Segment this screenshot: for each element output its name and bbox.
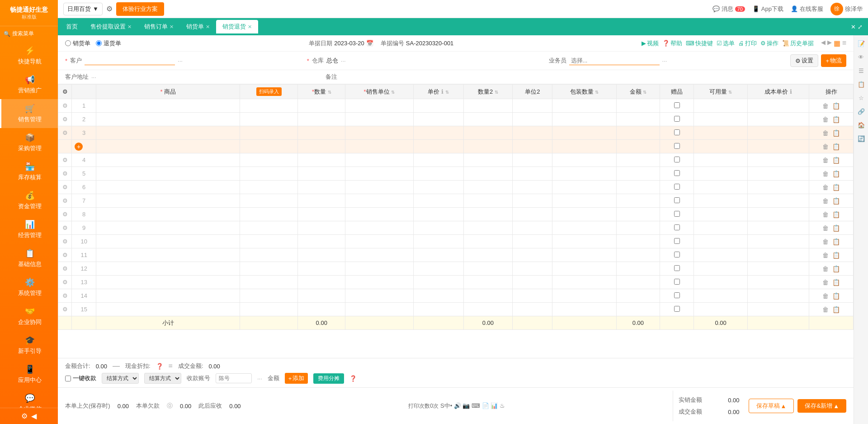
row-qty2-2[interactable]: [463, 113, 513, 126]
row-qty2-15[interactable]: [463, 303, 513, 316]
copy-btn-10[interactable]: 📋: [831, 238, 841, 245]
row-gift-4[interactable]: [660, 153, 693, 167]
row-sales-unit-5[interactable]: [345, 167, 413, 181]
gift-checkbox-2[interactable]: [674, 116, 680, 122]
sidebar-item-shortcut[interactable]: ⚡ 快捷导航: [0, 41, 58, 70]
tab-3[interactable]: 销货单✕: [180, 20, 216, 33]
fee-help-icon[interactable]: ❓: [349, 375, 357, 382]
row-gift-9[interactable]: [660, 221, 693, 235]
row-unit2-13[interactable]: [513, 276, 552, 289]
copy-btn-7[interactable]: 📋: [831, 197, 841, 205]
tab-close-2[interactable]: ✕: [170, 24, 174, 30]
row-cost-price-14[interactable]: [747, 289, 809, 303]
tab-2[interactable]: 销售订单✕: [138, 20, 180, 33]
row-sales-unit-11[interactable]: [345, 248, 413, 262]
row-product-15[interactable]: [96, 303, 240, 316]
row-unit2-9[interactable]: [513, 221, 552, 235]
row-package-qty-8[interactable]: [552, 208, 617, 221]
delete-btn-15[interactable]: 🗑: [821, 306, 830, 313]
row-cost-price-7[interactable]: [747, 194, 809, 208]
row-available-4[interactable]: [694, 153, 748, 167]
row-unit2-14[interactable]: [513, 289, 552, 303]
row-qty2-13[interactable]: [463, 276, 513, 289]
row-unit-price-3[interactable]: [413, 126, 463, 140]
row-qty-12[interactable]: [298, 262, 345, 276]
row-qty2-10[interactable]: [463, 235, 513, 248]
row-product-10[interactable]: [96, 235, 240, 248]
add-qty[interactable]: [298, 140, 345, 153]
row-amount-1[interactable]: [616, 99, 660, 113]
row-cost-price-1[interactable]: [747, 99, 809, 113]
gift-checkbox-12[interactable]: [674, 265, 680, 271]
history-action[interactable]: 📜 历史单据: [782, 39, 814, 48]
row-sales-unit-8[interactable]: [345, 208, 413, 221]
setting-button[interactable]: ⚙ 设置: [790, 54, 818, 67]
row-cost-price-13[interactable]: [747, 276, 809, 289]
row-gift-14[interactable]: [660, 289, 693, 303]
delete-btn-8[interactable]: 🗑: [821, 211, 830, 218]
row-amount-10[interactable]: [616, 235, 660, 248]
row-available-10[interactable]: [694, 235, 748, 248]
delete-btn-4[interactable]: 🗑: [821, 157, 830, 164]
add-qty2[interactable]: [463, 140, 513, 153]
row-available-1[interactable]: [694, 99, 748, 113]
row-package-qty-9[interactable]: [552, 221, 617, 235]
row-unit2-8[interactable]: [513, 208, 552, 221]
one-click-payment-checkbox[interactable]: 一键收款: [65, 374, 96, 382]
row-qty2-12[interactable]: [463, 262, 513, 276]
row-available-7[interactable]: [694, 194, 748, 208]
product-input[interactable]: [99, 129, 237, 136]
delete-btn-9[interactable]: 🗑: [821, 224, 830, 232]
row-amount-11[interactable]: [616, 248, 660, 262]
copy-btn-2[interactable]: 📋: [831, 116, 841, 123]
row-product-7[interactable]: [96, 194, 240, 208]
print-action[interactable]: 🖨 打印: [738, 39, 757, 48]
message-button[interactable]: 💬 消息 70: [712, 5, 745, 13]
delete-btn-12[interactable]: 🗑: [821, 265, 830, 272]
row-package-qty-13[interactable]: [552, 276, 617, 289]
row-available-2[interactable]: [694, 113, 748, 126]
gift-checkbox-15[interactable]: [674, 306, 680, 312]
row-amount-3[interactable]: [616, 126, 660, 140]
delete-btn-7[interactable]: 🗑: [821, 197, 830, 205]
add-amount[interactable]: [616, 140, 660, 153]
copy-btn-14[interactable]: 📋: [831, 292, 841, 300]
row-cost-price-10[interactable]: [747, 235, 809, 248]
copy-btn-3[interactable]: 📋: [831, 129, 841, 137]
gift-checkbox-13[interactable]: [674, 279, 680, 285]
row-unit-price-15[interactable]: [413, 303, 463, 316]
row-package-qty-4[interactable]: [552, 153, 617, 167]
row-qty2-8[interactable]: [463, 208, 513, 221]
add-fee-button[interactable]: + 添加: [285, 373, 308, 384]
add-copy-btn[interactable]: 📋: [831, 143, 841, 150]
prev-icon[interactable]: ◀: [821, 39, 826, 48]
right-icon-note[interactable]: 📝: [855, 37, 868, 50]
calendar-icon[interactable]: 📅: [366, 40, 373, 47]
row-package-qty-6[interactable]: [552, 181, 617, 194]
row-product-2[interactable]: [96, 113, 240, 126]
row-package-qty-12[interactable]: [552, 262, 617, 276]
tab-close-3[interactable]: ✕: [206, 24, 210, 30]
row-unit2-5[interactable]: [513, 167, 552, 181]
row-package-qty-3[interactable]: [552, 126, 617, 140]
row-qty2-7[interactable]: [463, 194, 513, 208]
row-unit2-12[interactable]: [513, 262, 552, 276]
row-unit2-1[interactable]: [513, 99, 552, 113]
settlement-select[interactable]: 结算方式: [102, 373, 139, 384]
row-settings-7[interactable]: ⚙: [58, 194, 72, 208]
add-gift-checkbox[interactable]: [674, 143, 680, 149]
list-view-icon[interactable]: ≡: [842, 39, 846, 48]
row-unit-price-13[interactable]: [413, 276, 463, 289]
add-pkg-qty[interactable]: [552, 140, 617, 153]
sidebar-item-appstore[interactable]: 📱 应用中心: [0, 360, 58, 389]
sidebar-item-purchase[interactable]: 📦 采购管理: [0, 128, 58, 157]
right-icon-list[interactable]: ☰: [855, 64, 868, 77]
row-cost-price-12[interactable]: [747, 262, 809, 276]
row-unit-price-8[interactable]: [413, 208, 463, 221]
row-amount-15[interactable]: [616, 303, 660, 316]
row-settings-11[interactable]: ⚙: [58, 248, 72, 262]
row-settings-13[interactable]: ⚙: [58, 276, 72, 289]
row-unit-price-5[interactable]: [413, 167, 463, 181]
close-tab-icon[interactable]: ✕: [851, 24, 856, 30]
row-sales-unit-7[interactable]: [345, 194, 413, 208]
